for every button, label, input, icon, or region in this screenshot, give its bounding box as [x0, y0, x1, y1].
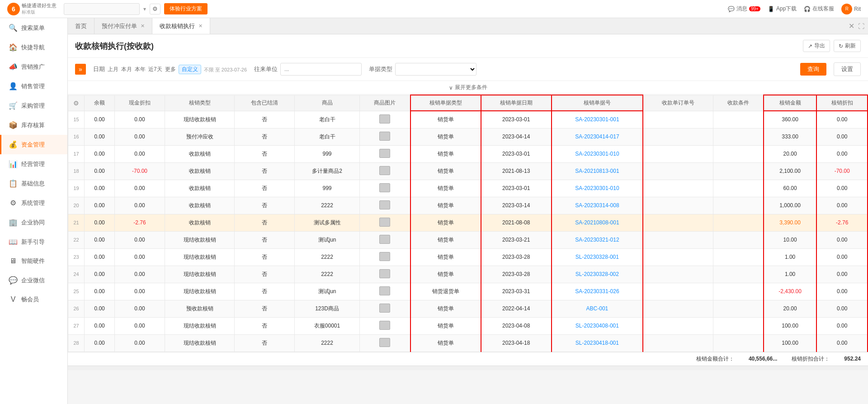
- chevron-down-icon[interactable]: ▾: [143, 6, 146, 12]
- maximize-icon[interactable]: ⛶: [858, 23, 864, 30]
- horizontal-scrollbar[interactable]: [68, 366, 868, 370]
- bill-type-select[interactable]: [395, 63, 476, 76]
- cell-order-no: [643, 283, 713, 300]
- query-button[interactable]: 查询: [800, 63, 826, 76]
- column-settings-btn[interactable]: ⚙: [73, 100, 79, 107]
- sidebar-item-search[interactable]: 🔍 搜索菜单: [0, 18, 67, 38]
- this-month-link[interactable]: 本月: [121, 66, 132, 73]
- table-row: 27 0.00 0.00 现结收款核销 否 衣服00001 销货单 2023-0…: [68, 317, 868, 334]
- tab-bar-actions: ✕ ⛶: [845, 22, 868, 30]
- cell-cash-discount: 0.00: [115, 334, 165, 352]
- cell-bill-type: 销货单: [410, 266, 481, 283]
- filter-expand-btn[interactable]: »: [75, 64, 86, 75]
- refresh-button[interactable]: ↻ 刷新: [834, 40, 861, 52]
- cell-product: 测试jun: [294, 283, 360, 300]
- tab1-close-icon[interactable]: ✕: [141, 23, 145, 29]
- message-btn[interactable]: 💬 消息 99+: [728, 5, 760, 13]
- cell-bill-type: 销货单: [410, 300, 481, 317]
- sidebar-item-marketing[interactable]: 📣 营销推广: [0, 57, 67, 76]
- partner-input[interactable]: [280, 63, 362, 76]
- sidebar-item-operations[interactable]: 📊 经营管理: [0, 154, 67, 174]
- last-month-link[interactable]: 上月: [108, 66, 118, 73]
- last7-link[interactable]: 近7天: [148, 66, 162, 73]
- cell-discount: -70.00: [816, 162, 868, 180]
- sidebar-item-purchase[interactable]: 🛒 采购管理: [0, 96, 67, 115]
- footer-amount-label: 核销金额合计：: [696, 355, 734, 363]
- cell-num: 21: [68, 214, 85, 231]
- sidebar-item-hardware[interactable]: 🖥 智能硬件: [0, 252, 67, 271]
- table-row: 20 0.00 0.00 收款核销 否 2222 销货单 2023-03-14 …: [68, 197, 868, 214]
- sidebar-item-wechat[interactable]: 💬 企业微信: [0, 271, 67, 290]
- industry-btn[interactable]: 体验行业方案: [164, 3, 208, 14]
- cell-bill-no[interactable]: SL-20230328-002: [552, 266, 643, 283]
- sidebar-item-member[interactable]: V 畅会员: [0, 290, 67, 309]
- cell-product: 2222: [294, 248, 360, 266]
- cell-bill-no[interactable]: SA-20230414-017: [552, 128, 643, 145]
- cell-bill-no[interactable]: SA-20230314-008: [552, 197, 643, 214]
- arrow-icon: »: [79, 66, 82, 73]
- system-icon: ⚙: [9, 199, 18, 207]
- cell-bill-no[interactable]: SA-20210813-001: [552, 162, 643, 180]
- sidebar-item-guide[interactable]: 📖 新手引导: [0, 232, 67, 252]
- th-settings[interactable]: ⚙: [68, 95, 85, 111]
- settings-icon[interactable]: ⚙: [150, 4, 160, 14]
- cell-product: 2222: [294, 197, 360, 214]
- cell-amount: 60.00: [764, 180, 816, 197]
- page-content: 收款核销执行(按收款) ↗ 导出 ↻ 刷新 »: [68, 34, 868, 404]
- cell-bill-no[interactable]: SA-20230301-010: [552, 180, 643, 197]
- cell-bill-date: 2023-03-14: [481, 197, 552, 214]
- cell-bill-no[interactable]: SA-20230331-026: [552, 283, 643, 300]
- footer-discount-total: 952.24: [844, 356, 861, 362]
- cell-bill-no[interactable]: SA-20230301-001: [552, 111, 643, 128]
- tab-home[interactable]: 首页: [68, 18, 94, 34]
- export-label: 导出: [814, 42, 825, 50]
- cell-product: 老白干: [294, 111, 360, 128]
- user-area[interactable]: R Rit: [841, 4, 861, 14]
- settings-button[interactable]: 设置: [834, 62, 861, 76]
- more-link[interactable]: 更多: [165, 66, 176, 73]
- expand-more-btn[interactable]: ∨ 展开更多条件: [449, 84, 487, 91]
- tab-prepay[interactable]: 预付冲应付单 ✕: [94, 18, 152, 34]
- this-year-link[interactable]: 本年: [135, 66, 146, 73]
- cell-order-no: [643, 248, 713, 266]
- tab-verify[interactable]: 收款核销执行 ✕: [152, 18, 210, 34]
- cell-bill-no[interactable]: SL-20230408-001: [552, 317, 643, 334]
- cell-discount: 0.00: [816, 266, 868, 283]
- cell-bill-no[interactable]: ABC-001: [552, 300, 643, 317]
- service-btn[interactable]: 🎧 在线客服: [804, 5, 834, 13]
- cell-num: 25: [68, 283, 85, 300]
- sidebar-item-system[interactable]: ⚙ 系统管理: [0, 193, 67, 213]
- cell-bill-no[interactable]: SA-20230321-012: [552, 231, 643, 248]
- tab2-close-icon[interactable]: ✕: [198, 23, 203, 29]
- sidebar-label-basic: 基础信息: [21, 180, 45, 188]
- sidebar-item-sales[interactable]: 👤 销售管理: [0, 76, 67, 96]
- message-label: 消息: [736, 5, 747, 13]
- cell-amount: 2,100.00: [764, 162, 816, 180]
- cell-bill-no[interactable]: SA-20230301-010: [552, 145, 643, 162]
- cell-bill-no[interactable]: SL-20230328-001: [552, 248, 643, 266]
- cell-bill-no[interactable]: SA-20210808-001: [552, 214, 643, 231]
- sidebar-item-inventory[interactable]: 📦 库存核算: [0, 115, 67, 135]
- footer-discount-label: 核销折扣合计：: [792, 355, 830, 363]
- cell-bill-type: 销货单: [410, 128, 481, 145]
- partner-label: 往来单位: [254, 65, 278, 73]
- export-button[interactable]: ↗ 导出: [803, 40, 830, 52]
- service-icon: 🎧: [804, 6, 811, 12]
- cell-bill-type: 销货单: [410, 248, 481, 266]
- cell-bill-date: 2021-08-08: [481, 214, 552, 231]
- cell-payment-cond: [713, 145, 764, 162]
- cell-payment-cond: [713, 197, 764, 214]
- sidebar-item-corp[interactable]: 🏢 企业协同: [0, 213, 67, 232]
- th-bill-type: 核销单据类型: [410, 95, 481, 111]
- app-download-btn[interactable]: 📱 App下载: [768, 5, 797, 13]
- custom-date-btn[interactable]: 自定义: [179, 65, 201, 74]
- sidebar-item-finance[interactable]: 💰 资金管理: [0, 135, 67, 154]
- close-window-icon[interactable]: ✕: [849, 22, 854, 30]
- page-header: 收款核销执行(按收款) ↗ 导出 ↻ 刷新: [68, 34, 868, 58]
- sidebar-item-basic[interactable]: 📋 基础信息: [0, 174, 67, 193]
- cell-balance: 0.00: [85, 145, 115, 162]
- sidebar-item-quick[interactable]: 🏠 快捷导航: [0, 38, 67, 57]
- search-input[interactable]: [64, 3, 140, 15]
- cell-bill-no[interactable]: SL-20230418-001: [552, 334, 643, 352]
- cell-verify-type: 预付冲应收: [165, 128, 234, 145]
